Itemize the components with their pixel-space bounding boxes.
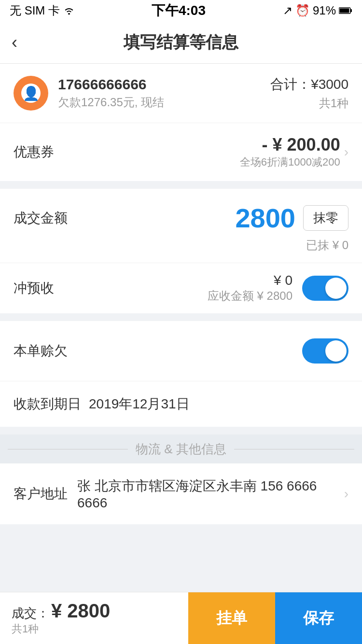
due-date: 2019年12月31日 [89,395,190,413]
coupon-row[interactable]: 优惠券 - ¥ 200.00 全场6折满1000减200 › [0,123,362,181]
debit-row: 本单赊欠 [0,321,362,381]
round-button[interactable]: 抹零 [303,205,348,231]
bottom-amount: ¥ 2800 [51,600,110,622]
location-icon: ↗ [283,4,292,17]
address-chevron-icon: › [344,486,348,502]
toggle-knob [325,278,347,299]
customer-left: 👤 17666666666 欠款1276.35元, 现结 [14,76,164,111]
debit-label: 本单赊欠 [14,342,68,360]
due-row: 收款到期日 2019年12月31日 [0,381,362,427]
amount-value: 2800 [235,202,295,234]
status-left: 无 SIM 卡 [10,3,74,18]
divider-line-right [234,449,354,449]
prepay-label: 冲预收 [14,279,54,297]
prepay-receivable: 应收金额 ¥ 2800 [208,288,292,304]
address-row[interactable]: 客户地址 张 北京市市辖区海淀区永丰南 156 6666 6666 › [0,463,362,524]
bottom-bar: 成交： ¥ 2800 共1种 挂单 保存 [0,592,362,644]
svg-rect-2 [339,9,349,13]
coupon-right: - ¥ 200.00 全场6折满1000减200 › [240,135,348,169]
logistics-divider: 物流 & 其他信息 [0,434,362,463]
divider-line-left [8,449,128,449]
amount-label: 成交金额 [14,209,68,227]
nav-title: 填写结算等信息 [124,31,238,54]
customer-row: 👤 17666666666 欠款1276.35元, 现结 合计：¥3000 共1… [0,64,362,123]
wifi-icon [64,4,74,17]
bottom-summary: 成交： ¥ 2800 共1种 [0,592,188,644]
status-time: 下午4:03 [152,1,206,20]
address-value: 张 北京市市辖区海淀区永丰南 156 6666 6666 [77,477,344,511]
customer-total: 合计：¥3000 [270,75,348,94]
alarm-icon: ⏰ [295,4,310,17]
status-bar: 无 SIM 卡 下午4:03 ↗ ⏰ 91% [0,0,362,21]
customer-phone: 17666666666 [58,76,164,93]
customer-info: 17666666666 欠款1276.35元, 现结 [58,76,164,110]
sim-status: 无 SIM 卡 [10,3,60,18]
customer-debt: 欠款1276.35元, 现结 [58,95,164,110]
status-right: ↗ ⏰ 91% [283,4,352,17]
debit-toggle[interactable] [302,338,348,364]
customer-right: 合计：¥3000 共1种 [270,75,348,111]
amount-row: 成交金额 2800 抹零 [0,189,362,238]
debit-card: 本单赊欠 收款到期日 2019年12月31日 [0,321,362,427]
hold-button[interactable]: 挂单 [188,592,275,644]
customer-count: 共1种 [270,96,348,111]
nav-bar: ‹ 填写结算等信息 [0,21,362,64]
logistics-label: 物流 & 其他信息 [136,441,226,458]
bottom-count: 共1种 [12,622,177,636]
save-button[interactable]: 保存 [275,592,362,644]
amount-sub: 已抹 ¥ 0 [0,238,362,263]
coupon-label: 优惠券 [14,143,54,161]
coupon-amount: - ¥ 200.00 [240,135,340,155]
address-label: 客户地址 [14,485,68,503]
back-button[interactable]: ‹ [12,32,17,53]
avatar-inner: 👤 [23,85,40,101]
due-label: 收款到期日 [14,395,81,413]
prepay-row: 冲预收 ¥ 0 应收金额 ¥ 2800 [0,263,362,313]
coupon-desc: 全场6折满1000减200 [240,155,340,169]
address-card: 客户地址 张 北京市市辖区海淀区永丰南 156 6666 6666 › [0,463,362,524]
prepay-values: ¥ 0 应收金额 ¥ 2800 [208,273,292,304]
svg-rect-1 [350,9,352,12]
prepay-toggle[interactable] [302,276,348,301]
debit-toggle-knob [325,340,347,362]
prepay-right: ¥ 0 应收金额 ¥ 2800 [208,273,348,304]
coupon-chevron-icon: › [344,144,348,160]
customer-card: 👤 17666666666 欠款1276.35元, 现结 合计：¥3000 共1… [0,64,362,181]
prepay-amount: ¥ 0 [208,273,292,288]
amount-card: 成交金额 2800 抹零 已抹 ¥ 0 冲预收 ¥ 0 应收金额 ¥ 2800 [0,189,362,313]
avatar-icon: 👤 [21,84,41,103]
coupon-info: - ¥ 200.00 全场6折满1000减200 [240,135,340,169]
bottom-trade-label: 成交： [12,605,49,622]
amount-right: 2800 抹零 [235,202,348,234]
avatar: 👤 [14,76,48,111]
battery-icon [339,4,352,17]
content: 👤 17666666666 欠款1276.35元, 现结 合计：¥3000 共1… [0,64,362,629]
battery-percent: 91% [313,4,336,17]
bottom-trade-row: 成交： ¥ 2800 [12,600,177,622]
